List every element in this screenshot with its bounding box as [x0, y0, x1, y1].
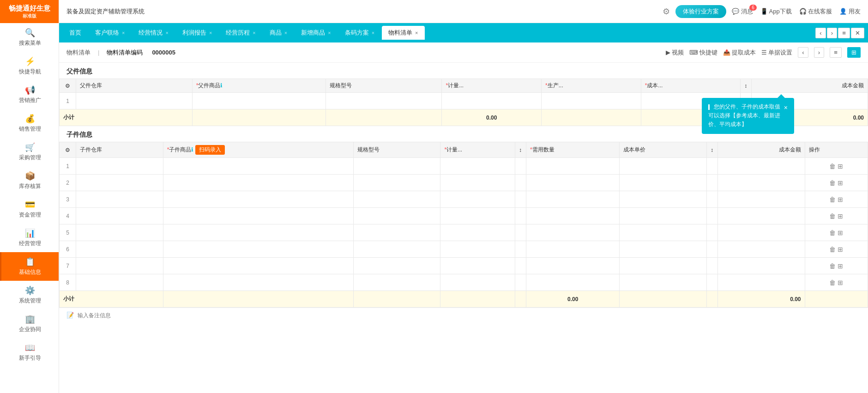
sidebar-item-system[interactable]: ⚙️系统管理: [0, 281, 59, 309]
app-download-btn[interactable]: 📱 App下载: [760, 7, 792, 16]
tab-close-profit[interactable]: ×: [209, 30, 212, 36]
tab-barcode[interactable]: 条码方案×: [338, 26, 381, 40]
child-r4-qty[interactable]: [526, 208, 620, 224]
child-r5-delete[interactable]: 🗑: [829, 229, 836, 236]
child-r2-amount[interactable]: [717, 175, 805, 191]
child-r4-delete[interactable]: 🗑: [829, 212, 836, 220]
child-r6-amount[interactable]: [717, 241, 805, 258]
tab-history[interactable]: 经营历程×: [219, 26, 262, 40]
sidebar-item-enterprise[interactable]: 🏢企业协同: [0, 309, 59, 338]
sidebar-item-quick-nav[interactable]: ⚡快捷导航: [0, 52, 59, 80]
page-prev[interactable]: ‹: [798, 47, 808, 58]
child-r8-warehouse[interactable]: [76, 274, 163, 291]
sidebar-item-purchase[interactable]: 🛒采购管理: [0, 138, 59, 166]
tab-close-customers[interactable]: ×: [122, 30, 125, 36]
child-r7-unitcost[interactable]: [620, 258, 707, 274]
page-expand[interactable]: ⊞: [847, 47, 861, 58]
sidebar-item-marketing[interactable]: 📢营销推广: [0, 80, 59, 109]
child-r1-spec[interactable]: [353, 158, 440, 175]
child-r7-spec[interactable]: [353, 258, 440, 274]
child-r4-product[interactable]: [163, 208, 353, 224]
child-r5-amount[interactable]: [717, 224, 805, 241]
child-r3-warehouse[interactable]: [76, 191, 163, 208]
sidebar-item-operations[interactable]: 📊经营管理: [0, 224, 59, 252]
page-next[interactable]: ›: [814, 47, 824, 58]
child-r8-unitcost[interactable]: [620, 274, 707, 291]
child-r6-product[interactable]: [163, 241, 353, 258]
child-r6-warehouse[interactable]: [76, 241, 163, 258]
child-r2-copy[interactable]: ⊞: [838, 179, 843, 187]
cost-btn[interactable]: 📤 提取成本: [723, 48, 756, 57]
tooltip-close-btn[interactable]: ×: [784, 103, 788, 113]
child-r1-qty[interactable]: [526, 158, 620, 175]
child-r4-unitcost[interactable]: [620, 208, 707, 224]
tab-close-history[interactable]: ×: [253, 30, 255, 36]
remark-input[interactable]: [78, 312, 861, 319]
sidebar-item-guide[interactable]: 📖新手引导: [0, 338, 59, 367]
parent-r1-unit[interactable]: [442, 93, 542, 109]
page-menu[interactable]: ≡: [830, 47, 842, 58]
child-r4-amount[interactable]: [717, 208, 805, 224]
child-r5-unitcost[interactable]: [620, 224, 707, 241]
parent-r1-warehouse[interactable]: [76, 93, 193, 109]
child-r6-unit[interactable]: [440, 241, 515, 258]
child-r5-unit[interactable]: [440, 224, 515, 241]
sidebar-item-search[interactable]: 🔍搜索菜单: [0, 23, 59, 52]
child-r7-unit[interactable]: [440, 258, 515, 274]
tab-bom[interactable]: 物料清单×: [382, 26, 424, 40]
user-btn[interactable]: 👤 用友: [839, 7, 861, 16]
child-r5-spec[interactable]: [353, 224, 440, 241]
child-r2-spec[interactable]: [353, 175, 440, 191]
child-r1-unitcost[interactable]: [620, 158, 707, 175]
child-r3-product[interactable]: [163, 191, 353, 208]
child-r3-delete[interactable]: 🗑: [829, 196, 836, 203]
service-btn[interactable]: 🎧 在线客服: [799, 7, 832, 16]
child-r1-warehouse[interactable]: [76, 158, 163, 175]
tab-home[interactable]: 首页: [63, 26, 88, 40]
tab-next[interactable]: ›: [827, 28, 837, 38]
tab-menu[interactable]: ≡: [838, 28, 850, 38]
child-r8-unit[interactable]: [440, 274, 515, 291]
child-r1-product[interactable]: [163, 158, 353, 175]
child-r4-warehouse[interactable]: [76, 208, 163, 224]
child-r6-delete[interactable]: 🗑: [829, 246, 836, 253]
child-r5-qty[interactable]: [526, 224, 620, 241]
child-r3-amount[interactable]: [717, 191, 805, 208]
child-r1-amount[interactable]: [717, 158, 805, 175]
child-r8-delete[interactable]: 🗑: [829, 279, 836, 286]
tab-close-goods[interactable]: ×: [284, 30, 287, 36]
child-r8-copy[interactable]: ⊞: [838, 279, 843, 286]
child-r1-delete[interactable]: 🗑: [829, 163, 836, 170]
sidebar-item-sales[interactable]: 💰销售管理: [0, 109, 59, 138]
view-btn[interactable]: ▶ 视频: [666, 48, 684, 57]
child-r7-amount[interactable]: [717, 258, 805, 274]
child-r5-warehouse[interactable]: [76, 224, 163, 241]
parent-r1-product[interactable]: [192, 93, 326, 109]
child-r3-unitcost[interactable]: [620, 191, 707, 208]
tab-operations[interactable]: 经营情况×: [132, 26, 175, 40]
child-r3-spec[interactable]: [353, 191, 440, 208]
shortcut-btn[interactable]: ⌨ 快捷键: [689, 48, 717, 57]
sidebar-item-finance[interactable]: 💳资金管理: [0, 195, 59, 224]
tab-close-bom[interactable]: ×: [415, 30, 418, 36]
child-r2-delete[interactable]: 🗑: [829, 179, 836, 187]
child-r5-copy[interactable]: ⊞: [838, 229, 843, 236]
sidebar-item-inventory[interactable]: 📦库存核算: [0, 166, 59, 195]
child-r2-qty[interactable]: [526, 175, 620, 191]
tab-close-barcode[interactable]: ×: [372, 30, 374, 36]
trial-button[interactable]: 体验行业方案: [675, 5, 726, 18]
tab-goods[interactable]: 商品×: [263, 26, 294, 40]
child-r6-qty[interactable]: [526, 241, 620, 258]
child-r7-warehouse[interactable]: [76, 258, 163, 274]
scan-btn[interactable]: 扫码录入: [195, 145, 225, 155]
tab-customers[interactable]: 客户联络×: [89, 26, 131, 40]
child-r2-warehouse[interactable]: [76, 175, 163, 191]
child-r1-unit[interactable]: [440, 158, 515, 175]
child-r7-copy[interactable]: ⊞: [838, 262, 843, 270]
tab-close-all[interactable]: ✕: [851, 28, 864, 38]
child-r2-unit[interactable]: [440, 175, 515, 191]
child-r4-copy[interactable]: ⊞: [838, 212, 843, 220]
child-r8-spec[interactable]: [353, 274, 440, 291]
child-r4-spec[interactable]: [353, 208, 440, 224]
child-r8-product[interactable]: [163, 274, 353, 291]
